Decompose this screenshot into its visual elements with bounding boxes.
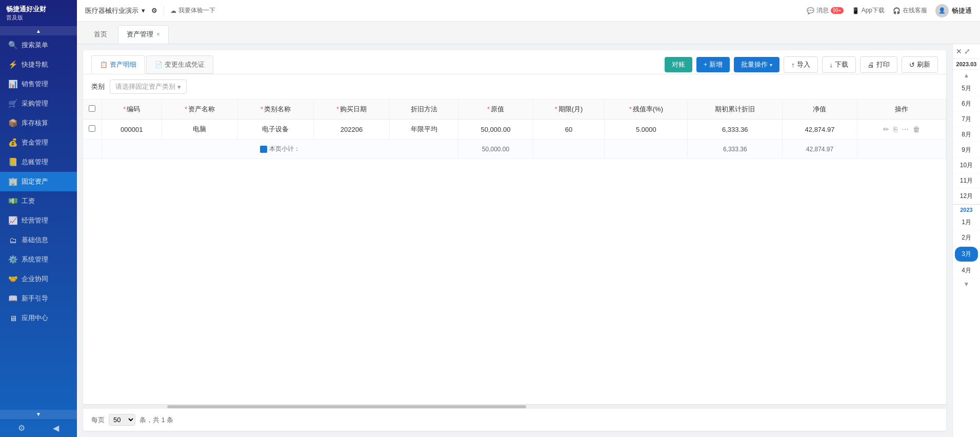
col-period: *期限(月) [533, 100, 605, 120]
row-checkbox-cell[interactable] [83, 120, 102, 140]
col-residual-rate: *残值率(%) [605, 100, 688, 120]
download-icon: ↓ [830, 61, 833, 69]
settings-icon[interactable]: ⚙ [18, 423, 25, 433]
system-icon: ⚙️ [8, 255, 17, 264]
col-depreciation-method: 折旧方法 [389, 100, 458, 120]
sidebar-item-payroll[interactable]: 💵 工资 [0, 191, 77, 211]
col-purchase-date: *购买日期 [313, 100, 389, 120]
message-btn[interactable]: 💬 消息 99+ [807, 6, 844, 15]
sidebar-scroll-up[interactable]: ▲ [0, 27, 77, 35]
collapse-icon[interactable]: ◀ [53, 423, 59, 433]
select-all-checkbox[interactable] [89, 105, 95, 112]
tab-asset-management[interactable]: 资产管理 × [118, 25, 169, 44]
sidebar-item-basic-info[interactable]: 🗂 基础信息 [0, 230, 77, 250]
asset-table-wrapper: *编码 *资产名称 *类别名称 *购买日期 折旧方法 *原值 *期限(月) *残… [83, 100, 946, 404]
quick-nav-icon: ⚡ [8, 60, 17, 69]
category-filter-arrow: ▾ [177, 83, 181, 91]
month-10[interactable]: 10月 [953, 158, 980, 173]
reconcile-button[interactable]: 对账 [665, 57, 692, 72]
user-menu[interactable]: 👤 畅捷通 [935, 4, 972, 17]
month-11[interactable]: 11月 [953, 173, 980, 189]
fixed-assets-icon: 🏢 [8, 177, 17, 186]
sidebar-item-quick-nav[interactable]: ⚡ 快捷导航 [0, 55, 77, 74]
subtotal-row: 本页小计： 50,000.00 6,333.36 42,874.97 [83, 140, 946, 159]
subtotal-label-cell: 本页小计： [102, 140, 458, 159]
sidebar-item-sales[interactable]: 📊 销售管理 [0, 74, 77, 94]
close-panel-icon[interactable]: ✕ [956, 47, 962, 55]
col-code: *编码 [102, 100, 162, 120]
gear-icon[interactable]: ⚙ [151, 7, 157, 14]
avatar: 👤 [935, 4, 949, 17]
experience-btn[interactable]: ☁ 我要体验一下 [170, 6, 215, 15]
new-button[interactable]: + 新增 [696, 57, 730, 72]
category-filter[interactable]: 请选择固定资产类别 ▾ [110, 80, 187, 94]
sidebar-item-system[interactable]: ⚙️ 系统管理 [0, 250, 77, 269]
row-net-value: 42,874.97 [783, 120, 857, 140]
scroll-thumb[interactable] [167, 405, 526, 408]
month-6[interactable]: 6月 [953, 96, 980, 112]
calendar-scroll-up[interactable]: ▲ [953, 70, 980, 81]
sidebar-item-search[interactable]: 🔍 搜索菜单 [0, 35, 77, 55]
sidebar-item-guide[interactable]: 📖 新手引导 [0, 289, 77, 308]
month-9[interactable]: 9月 [953, 143, 980, 158]
subtotal-residual-empty [605, 140, 688, 159]
app-edition: 普及版 [6, 14, 71, 21]
refresh-label: 刷新 [917, 60, 930, 69]
subtotal-icon [260, 146, 267, 153]
sidebar-item-ledger[interactable]: 📒 总账管理 [0, 152, 77, 172]
delete-icon[interactable]: 🗑 [913, 125, 920, 133]
sidebar-item-enterprise[interactable]: 🤝 企业协同 [0, 269, 77, 289]
col-original-value: *原值 [458, 100, 533, 120]
download-button[interactable]: ↓ 下载 [822, 56, 856, 73]
app-name: 畅捷通好业财 [6, 5, 71, 14]
sidebar-item-purchase[interactable]: 🛒 采购管理 [0, 94, 77, 113]
horizontal-scrollbar[interactable] [83, 404, 946, 408]
sidebar-item-funds[interactable]: 💰 资金管理 [0, 133, 77, 152]
calendar-scroll-down[interactable]: ▼ [953, 279, 980, 290]
batch-button[interactable]: 批量操作 ▾ [734, 57, 779, 72]
row-category: 电子设备 [237, 120, 313, 140]
tab-home[interactable]: 首页 [85, 25, 116, 44]
month-1[interactable]: 1月 [953, 215, 980, 230]
copy-icon[interactable]: ⎘ [893, 125, 897, 133]
sales-icon: 📊 [8, 80, 17, 89]
sidebar-item-label: 快捷导航 [22, 60, 48, 69]
row-code: 000001 [102, 120, 162, 140]
sidebar-item-label: 总账管理 [22, 157, 48, 167]
month-3-current[interactable]: 3月 [955, 247, 978, 262]
tab-close-icon[interactable]: × [156, 31, 160, 37]
company-selector[interactable]: 医疗器械行业演示 ▾ [85, 6, 145, 15]
sub-tab-asset-detail[interactable]: 📋 资产明细 [91, 55, 145, 74]
refresh-button[interactable]: ↺ 刷新 [902, 56, 938, 73]
expand-panel-icon[interactable]: ⤢ [964, 47, 970, 55]
more-icon[interactable]: ⋯ [902, 125, 909, 133]
sidebar-item-fixed-assets[interactable]: 🏢 固定资产 [0, 172, 77, 191]
print-button[interactable]: 🖨 打印 [860, 56, 897, 73]
sidebar-scroll-down[interactable]: ▼ [0, 410, 77, 419]
import-button[interactable]: ↑ 导入 [784, 56, 818, 73]
right-panel: ✕ ⤢ 2023.03 ▲ 5月 6月 7月 8月 9月 10月 11月 12月… [952, 44, 980, 437]
month-12[interactable]: 12月 [953, 189, 980, 204]
sidebar-item-operations[interactable]: 📈 经营管理 [0, 211, 77, 230]
month-5[interactable]: 5月 [953, 81, 980, 96]
sidebar-item-label: 采购管理 [22, 99, 48, 108]
edit-icon[interactable]: ✏ [883, 125, 889, 133]
online-service-btn[interactable]: 🎧 在线客服 [893, 6, 927, 15]
month-8[interactable]: 8月 [953, 127, 980, 143]
sidebar-item-app-center[interactable]: 🖥 应用中心 [0, 308, 77, 328]
right-panel-header: ✕ ⤢ [953, 44, 980, 59]
tab-home-label: 首页 [94, 30, 107, 38]
row-checkbox[interactable] [89, 125, 95, 132]
month-7[interactable]: 7月 [953, 112, 980, 127]
asset-detail-icon: 📋 [100, 61, 108, 68]
month-4[interactable]: 4月 [953, 263, 980, 279]
company-dropdown-icon: ▾ [142, 7, 145, 14]
sidebar-item-inventory[interactable]: 📦 库存核算 [0, 113, 77, 133]
app-download-btn[interactable]: 📱 App下载 [852, 6, 885, 15]
per-page-select[interactable]: 50 100 [109, 414, 135, 426]
select-all-header[interactable] [83, 100, 102, 120]
message-icon: 💬 [807, 7, 814, 14]
app-center-icon: 🖥 [8, 314, 17, 323]
sub-tab-change-voucher[interactable]: 📄 变更生成凭证 [146, 55, 213, 74]
month-2[interactable]: 2月 [953, 230, 980, 246]
